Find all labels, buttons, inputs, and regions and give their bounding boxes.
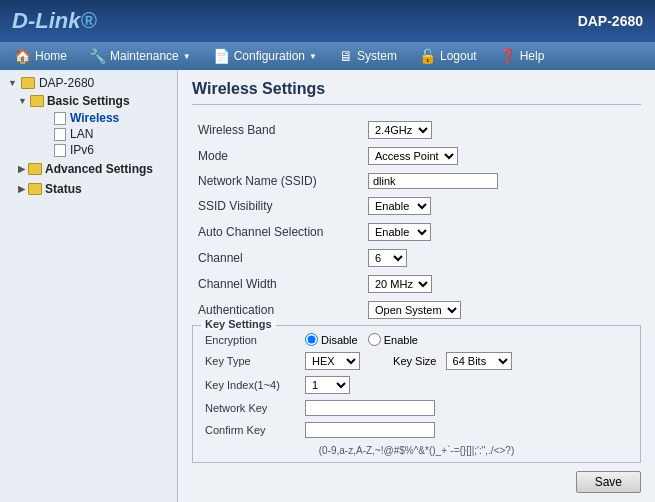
key-type-row: Key Type HEX ASCII Key Size 64 Bits 128 …	[201, 349, 632, 373]
root-expand-icon: ▼	[8, 78, 17, 88]
key-settings-table: Encryption Disable Enable	[201, 330, 632, 441]
channel-width-select[interactable]: 20 MHz 40 MHz	[368, 275, 432, 293]
basic-expand-icon: ▼	[18, 96, 27, 106]
sidebar-wireless[interactable]: Wireless	[26, 110, 177, 126]
settings-form: Wireless Band 2.4GHz 5GHz Mode Access Po…	[192, 117, 641, 323]
channel-select[interactable]: 6 12345 7891011	[368, 249, 407, 267]
encryption-radio-group: Disable Enable	[305, 333, 628, 346]
key-index-row: Key Index(1~4) 1 2 3 4	[201, 373, 632, 397]
confirm-key-label: Confirm Key	[201, 419, 301, 441]
key-type-label: Key Type	[201, 349, 301, 373]
root-folder-icon	[21, 77, 35, 89]
ssid-input[interactable]	[368, 173, 498, 189]
key-type-select[interactable]: HEX ASCII	[305, 352, 360, 370]
sidebar-root[interactable]: ▼ DAP-2680	[0, 74, 177, 92]
ipv6-page-icon	[54, 144, 66, 157]
status-folder-icon	[28, 183, 42, 195]
logo: D-Link®	[12, 8, 97, 34]
ssid-visibility-row: SSID Visibility Enable Disable	[192, 193, 641, 219]
network-name-row: Network Name (SSID)	[192, 169, 641, 193]
channel-row: Channel 6 12345 7891011	[192, 245, 641, 271]
network-key-label: Network Key	[201, 397, 301, 419]
encryption-label: Encryption	[201, 330, 301, 349]
key-size-label: Key Size	[393, 355, 436, 367]
nav-system[interactable]: 🖥 System	[329, 45, 407, 67]
advanced-folder-icon	[28, 163, 42, 175]
sidebar-ipv6[interactable]: IPv6	[26, 142, 177, 158]
sidebar-basic-settings[interactable]: ▼ Basic Settings	[12, 92, 177, 110]
basic-folder-icon	[30, 95, 44, 107]
lan-page-icon	[54, 128, 66, 141]
key-settings-box: Key Settings Encryption Disable Enable	[192, 325, 641, 463]
wireless-band-row: Wireless Band 2.4GHz 5GHz	[192, 117, 641, 143]
help-icon: ❓	[499, 48, 516, 64]
encryption-disable-radio[interactable]	[305, 333, 318, 346]
sidebar-status[interactable]: ▶ Status	[12, 180, 177, 198]
logout-icon: 🔓	[419, 48, 436, 64]
content-area: Wireless Settings Wireless Band 2.4GHz 5…	[178, 70, 655, 502]
wireless-page-icon	[54, 112, 66, 125]
nav-configuration[interactable]: 📄 Configuration ▼	[203, 45, 327, 67]
key-index-select[interactable]: 1 2 3 4	[305, 376, 350, 394]
encryption-disable-label[interactable]: Disable	[305, 333, 358, 346]
nav-home[interactable]: 🏠 Home	[4, 45, 77, 67]
maintenance-icon: 🔧	[89, 48, 106, 64]
navbar: 🏠 Home 🔧 Maintenance ▼ 📄 Configuration ▼…	[0, 42, 655, 70]
nav-help[interactable]: ❓ Help	[489, 45, 555, 67]
mode-label: Mode	[192, 143, 362, 169]
auto-channel-select[interactable]: Enable Disable	[368, 223, 431, 241]
sidebar: ▼ DAP-2680 ▼ Basic Settings Wireless LAN	[0, 70, 178, 502]
authentication-select[interactable]: Open System WPA WPA2	[368, 301, 461, 319]
nav-maintenance[interactable]: 🔧 Maintenance ▼	[79, 45, 201, 67]
header: D-Link® DAP-2680	[0, 0, 655, 42]
key-index-label: Key Index(1~4)	[201, 373, 301, 397]
encryption-row: Encryption Disable Enable	[201, 330, 632, 349]
network-key-input[interactable]	[305, 400, 435, 416]
sidebar-advanced-settings[interactable]: ▶ Advanced Settings	[12, 160, 177, 178]
status-expand-icon: ▶	[18, 184, 25, 194]
key-settings-title: Key Settings	[201, 318, 276, 330]
system-icon: 🖥	[339, 48, 353, 64]
network-name-label: Network Name (SSID)	[192, 169, 362, 193]
key-hint-text: (0-9,a-z,A-Z,~!@#$%^&*()_+`-={}[]|;':",.…	[201, 445, 632, 456]
page-title: Wireless Settings	[192, 80, 641, 105]
maintenance-dropdown-icon: ▼	[183, 52, 191, 61]
channel-width-row: Channel Width 20 MHz 40 MHz	[192, 271, 641, 297]
model-label: DAP-2680	[578, 13, 643, 29]
channel-label: Channel	[192, 245, 362, 271]
ssid-visibility-select[interactable]: Enable Disable	[368, 197, 431, 215]
encryption-enable-label[interactable]: Enable	[368, 333, 418, 346]
advanced-expand-icon: ▶	[18, 164, 25, 174]
main-layout: ▼ DAP-2680 ▼ Basic Settings Wireless LAN	[0, 70, 655, 502]
confirm-key-row: Confirm Key	[201, 419, 632, 441]
ssid-visibility-label: SSID Visibility	[192, 193, 362, 219]
configuration-icon: 📄	[213, 48, 230, 64]
nav-logout[interactable]: 🔓 Logout	[409, 45, 487, 67]
key-size-select[interactable]: 64 Bits 128 Bits	[446, 352, 512, 370]
channel-width-label: Channel Width	[192, 271, 362, 297]
mode-select[interactable]: Access Point WDS	[368, 147, 458, 165]
auto-channel-row: Auto Channel Selection Enable Disable	[192, 219, 641, 245]
configuration-dropdown-icon: ▼	[309, 52, 317, 61]
sidebar-lan[interactable]: LAN	[26, 126, 177, 142]
confirm-key-input[interactable]	[305, 422, 435, 438]
wireless-band-select[interactable]: 2.4GHz 5GHz	[368, 121, 432, 139]
encryption-enable-radio[interactable]	[368, 333, 381, 346]
network-key-row: Network Key	[201, 397, 632, 419]
save-row: Save	[192, 471, 641, 493]
wireless-band-label: Wireless Band	[192, 117, 362, 143]
mode-row: Mode Access Point WDS	[192, 143, 641, 169]
home-icon: 🏠	[14, 48, 31, 64]
save-button[interactable]: Save	[576, 471, 641, 493]
auto-channel-label: Auto Channel Selection	[192, 219, 362, 245]
